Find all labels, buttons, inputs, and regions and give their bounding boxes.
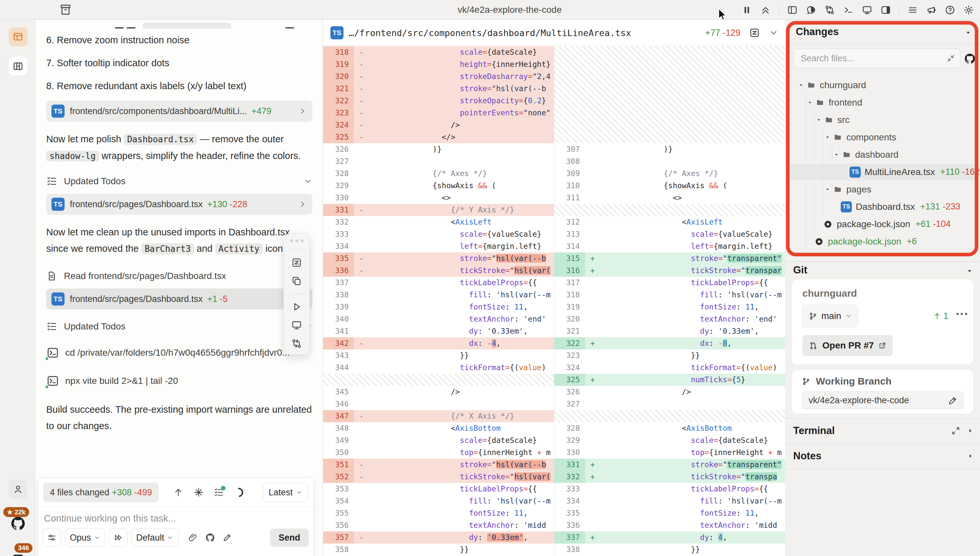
tree-folder-frontend[interactable]: frontend [785,94,980,111]
monitor-icon[interactable] [291,320,302,331]
tree-file-Dashboard.tsx[interactable]: TSDashboard.tsx+131 -233 [785,198,980,215]
version-dropdown[interactable]: Latest [263,483,308,502]
updated-todos-row[interactable]: Updated Todos [46,319,312,334]
notes-section-row[interactable]: Notes [785,444,980,468]
search-files-input[interactable]: Search files... [793,48,960,68]
git-collapse-triangle-icon[interactable] [966,268,973,274]
todos-button[interactable] [214,487,224,498]
monitor-icon[interactable] [862,5,872,15]
message-input[interactable]: Continue working on this task... [38,506,313,529]
diff-line: 352- tickStroke="hsl(var( [323,471,554,483]
line-number: 335 [554,507,585,519]
composer: 4 files changed +308 -499 Latest Continu… [38,478,314,556]
fast-forward-button[interactable] [109,529,128,547]
code-text: dy: 4, [600,532,785,543]
file-label: package-lock.json [828,236,901,247]
scroll-to-top-button[interactable] [173,487,184,498]
terminal-section-row[interactable]: Terminal [785,419,980,443]
line-number: 333 [323,228,354,240]
github-button[interactable] [10,516,26,532]
terminal-icon[interactable] [843,5,854,15]
pencil-icon[interactable] [948,395,958,405]
git-more-button[interactable] [956,313,967,315]
send-button[interactable]: Send [270,529,309,547]
pen-button[interactable] [222,533,232,543]
updated-todos-row[interactable]: Updated Todos [46,174,312,189]
terminal-command-row[interactable]: cd /private/var/folders/10/h7w0q46556ggr… [46,344,312,362]
line-number: 348 [323,422,354,435]
help-icon[interactable] [944,5,956,15]
pause-icon[interactable] [741,5,752,15]
terminal-command-row[interactable]: npx vite build 2>&1 | tail -20 [46,372,312,390]
working-branch-input[interactable]: vk/4e2a-explore-the-code [802,391,964,409]
file-diff-chip[interactable]: TSfrontend/src/components/dashboard/Mult… [46,101,312,121]
panel-right-filled-icon[interactable] [880,5,891,15]
mode-dropdown[interactable]: Default [131,529,179,547]
git-section-header[interactable]: Git [793,264,807,276]
menu-icon[interactable] [907,5,918,15]
settings-icon[interactable] [963,5,974,15]
open-pr-button[interactable]: Open PR #7 [802,335,893,356]
files-changed-chip[interactable]: 4 files changed +308 -499 [43,483,159,502]
changes-collapse-triangle-icon[interactable] [965,30,972,36]
diff-file-header[interactable]: TS …/frontend/src/components/dashboard/M… [323,20,785,46]
tree-folder-churnguard[interactable]: churnguard [785,76,980,94]
diff-line: 329 scale={dateScale} [554,435,785,446]
expand-icon[interactable] [951,426,960,435]
commits-ahead: 1 [933,311,949,321]
discord-count-badge: 346 [15,543,32,553]
play-icon[interactable] [291,301,302,312]
line-number: 321 [554,325,585,337]
code-text: stroke="hsl(var(--b [369,459,554,471]
tree-folder-components[interactable]: components [785,129,980,146]
attach-button[interactable] [188,533,198,543]
diff-alignment-gap [323,374,554,386]
diff-body[interactable]: 318- scale={dateScale}319- height={inner… [323,46,785,556]
diff-line: 320- strokeDasharray="2,4 [323,71,554,82]
tree-folder-pages[interactable]: pages [785,181,980,198]
branch-dropdown[interactable]: main [802,305,858,327]
diff-style-icon[interactable] [749,27,760,38]
code-text: textAnchor: 'end' [369,313,554,325]
files-changed-label: 4 files changed [50,488,110,498]
diff-line: 326 /> [554,386,785,398]
tree-folder-dashboard[interactable]: dashboard [785,146,980,163]
composer-actions-row: Opus Default Send [38,529,313,547]
panel-left-icon[interactable] [787,5,798,15]
file-diff-chip[interactable]: TSfrontend/src/pages/Dashboard.tsx+1 -5 [46,288,312,309]
code-text: stroke="transparent" [600,252,785,265]
drag-handle-dots[interactable] [290,239,304,242]
chat-list-item: 8. Remove redundant axis labels (x/y lab… [46,74,312,97]
collapse-diff-chevron-icon[interactable] [769,28,778,38]
workspace-view-active-button[interactable] [8,27,27,46]
changes-section-header[interactable]: Changes [796,26,839,38]
tray-icon[interactable] [59,3,72,16]
tree-folder-src[interactable]: src [785,111,980,129]
settings-sliders-button[interactable] [43,529,61,547]
copy-icon[interactable] [291,275,302,286]
read-file-row[interactable]: Read frontend/src/pages/Dashboard.tsx [46,269,312,283]
account-button[interactable] [8,480,27,499]
file-diff-chip[interactable]: TSfrontend/src/pages/Dashboard.tsx+130 -… [46,194,312,215]
model-dropdown[interactable]: Opus [65,529,105,547]
workspace-view-grid-button[interactable] [8,57,27,76]
collapse-up-icon[interactable] [760,5,771,15]
chat-bubble-icon[interactable] [806,5,817,15]
announce-icon[interactable] [926,5,937,15]
diff-marker [354,349,369,362]
chat-panel[interactable]: 6. Remove zoom instruction noise7. Softe… [36,20,323,556]
compare-icon[interactable] [291,338,302,349]
diff-marker: - [354,204,369,216]
code-text: textAnchor: 'midd [600,519,785,532]
github-context-button[interactable] [205,533,215,543]
collapse-tree-icon[interactable] [946,54,956,63]
diff-line: 327 [323,155,554,168]
tree-file-package-lock.json[interactable]: package-lock.json+6 [785,233,980,250]
github-icon[interactable] [964,53,976,65]
git-compare-icon[interactable] [824,5,835,15]
spark-icon[interactable] [194,487,204,498]
tree-file-MultiLineArea.tsx[interactable]: TSMultiLineArea.tsx+110 -162 [785,163,980,181]
diff-square-icon[interactable] [291,257,302,268]
clipped-code-chip [142,23,231,29]
tree-file-package-lock.json[interactable]: package-lock.json+61 -104 [785,215,980,233]
